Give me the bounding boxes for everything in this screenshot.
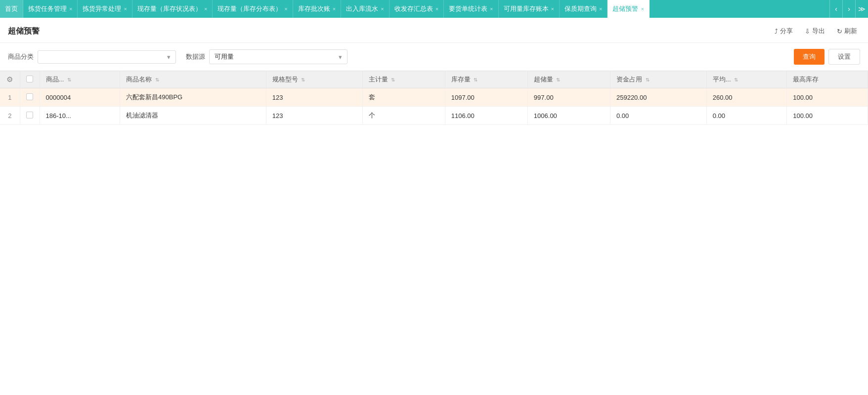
row-maxstock: 100.00 <box>787 88 868 107</box>
nav-item-req-stats[interactable]: 要货单统计表 × <box>444 0 498 18</box>
datasource-select[interactable]: 可用量 ▾ <box>209 49 347 64</box>
sort-icon: ⇅ <box>301 77 305 82</box>
query-button[interactable]: 查询 <box>794 49 825 65</box>
nav-item-summary[interactable]: 收发存汇总表 × <box>390 0 444 18</box>
close-icon[interactable]: × <box>435 6 438 12</box>
row-overstock: 997.00 <box>527 88 610 107</box>
row-stock: 1106.00 <box>445 107 527 125</box>
sort-icon: ⇅ <box>474 77 477 82</box>
nav-item-inventory-status[interactable]: 现存量（库存状况表） × <box>132 0 213 18</box>
row-capital: 0.00 <box>610 107 706 125</box>
datasource-value: 可用量 <box>215 52 234 61</box>
close-icon[interactable]: × <box>381 6 384 12</box>
close-icon[interactable]: × <box>124 6 127 12</box>
row-index: 2 <box>0 107 20 125</box>
export-button[interactable]: ⇩ 导出 <box>802 25 828 38</box>
category-label: 商品分类 <box>8 52 34 61</box>
export-icon: ⇩ <box>805 28 810 35</box>
row-checkbox-cell <box>20 88 40 107</box>
row-checkbox-cell <box>20 107 40 125</box>
row-maxstock: 100.00 <box>787 107 868 125</box>
row-checkbox[interactable] <box>26 112 33 118</box>
col-header-overstock[interactable]: 超储量 ⇅ <box>527 71 610 88</box>
row-avgprice: 260.00 <box>706 88 787 107</box>
nav-item-expiry[interactable]: 保质期查询 × <box>560 0 608 18</box>
sort-icon: ⇅ <box>391 77 395 82</box>
chevron-down-icon: ▾ <box>167 53 171 61</box>
close-icon[interactable]: × <box>333 6 336 12</box>
row-overstock: 1006.00 <box>527 107 610 125</box>
close-icon[interactable]: × <box>204 6 207 12</box>
col-settings: ⚙ <box>0 71 20 88</box>
col-header-capital[interactable]: 资金占用 ⇅ <box>610 71 706 88</box>
close-icon[interactable]: × <box>69 6 72 12</box>
sort-icon: ⇅ <box>155 77 159 82</box>
row-name: 机油滤清器 <box>120 107 266 125</box>
select-all-checkbox[interactable] <box>26 76 33 82</box>
table-row: 2 186-10... 机油滤清器 123 个 1106.00 1006.00 … <box>0 107 868 125</box>
row-index: 1 <box>0 88 20 107</box>
sort-icon: ⇅ <box>556 77 560 82</box>
datasource-filter: 数据源 可用量 ▾ <box>186 49 347 64</box>
row-spec: 123 <box>266 88 362 107</box>
col-checkbox <box>20 71 40 88</box>
row-unit: 个 <box>362 107 445 125</box>
row-code: 0000004 <box>40 88 120 107</box>
nav-item-pick-task[interactable]: 拣货任务管理 × <box>23 0 78 18</box>
nav-item-home[interactable]: 首页 <box>0 0 23 18</box>
col-header-avgprice[interactable]: 平均... ⇅ <box>706 71 787 88</box>
close-icon[interactable]: × <box>641 6 644 12</box>
category-filter: 商品分类 ▾ <box>8 50 176 64</box>
refresh-icon: ↻ <box>837 28 842 35</box>
gear-icon[interactable]: ⚙ <box>6 75 13 83</box>
filter-actions: 查询 设置 <box>794 49 860 65</box>
share-icon: ⤴ <box>775 28 778 35</box>
nav-item-overstock[interactable]: 超储预警 × <box>608 0 649 18</box>
nav-next-arrow[interactable]: › <box>842 0 855 18</box>
filter-bar: 商品分类 ▾ 数据源 可用量 ▾ 查询 设置 <box>0 43 868 71</box>
nav-item-available-account[interactable]: 可用量库存账本 × <box>499 0 560 18</box>
nav-prev-arrow[interactable]: ‹ <box>829 0 842 18</box>
table-wrapper: ⚙ 商品... ⇅ 商品名称 ⇅ 规格型号 ⇅ <box>0 71 868 125</box>
nav-item-flow[interactable]: 出入库流水 × <box>341 0 389 18</box>
row-unit: 套 <box>362 88 445 107</box>
close-icon[interactable]: × <box>490 6 493 12</box>
row-code: 186-10... <box>40 107 120 125</box>
row-capital: 259220.00 <box>610 88 706 107</box>
top-nav: 首页 拣货任务管理 × 拣货异常处理 × 现存量（库存状况表） × 现存量（库存… <box>0 0 868 18</box>
table-header-row: ⚙ 商品... ⇅ 商品名称 ⇅ 规格型号 ⇅ <box>0 71 868 88</box>
row-name: 六配套新昌490BPG <box>120 88 266 107</box>
share-button[interactable]: ⤴ 分享 <box>772 25 796 38</box>
table-row: 1 0000004 六配套新昌490BPG 123 套 1097.00 997.… <box>0 88 868 107</box>
sort-icon: ⇅ <box>734 77 738 82</box>
col-header-stock[interactable]: 库存量 ⇅ <box>445 71 527 88</box>
col-header-spec[interactable]: 规格型号 ⇅ <box>266 71 362 88</box>
nav-item-batch-account[interactable]: 库存批次账 × <box>293 0 341 18</box>
nav-expand-arrow[interactable]: ≫ <box>855 0 868 18</box>
nav-item-pick-exception[interactable]: 拣货异常处理 × <box>78 0 132 18</box>
page-header: 超储预警 ⤴ 分享 ⇩ 导出 ↻ 刷新 <box>0 18 868 43</box>
chevron-down-icon: ▾ <box>339 53 342 61</box>
close-icon[interactable]: × <box>599 6 602 12</box>
nav-item-inventory-dist[interactable]: 现存量（库存分布表） × <box>213 0 293 18</box>
col-header-name[interactable]: 商品名称 ⇅ <box>120 71 266 88</box>
col-header-unit[interactable]: 主计量 ⇅ <box>362 71 445 88</box>
close-icon[interactable]: × <box>284 6 287 12</box>
row-avgprice: 0.00 <box>706 107 787 125</box>
sort-icon: ⇅ <box>67 77 71 82</box>
close-icon[interactable]: × <box>551 6 554 12</box>
datasource-label: 数据源 <box>186 52 205 61</box>
page-title: 超储预警 <box>8 26 40 37</box>
category-select[interactable]: ▾ <box>38 50 176 64</box>
refresh-button[interactable]: ↻ 刷新 <box>834 25 860 38</box>
col-header-code[interactable]: 商品... ⇅ <box>40 71 120 88</box>
col-header-maxstock[interactable]: 最高库存 <box>787 71 868 88</box>
data-table: ⚙ 商品... ⇅ 商品名称 ⇅ 规格型号 ⇅ <box>0 71 868 125</box>
page-container: 超储预警 ⤴ 分享 ⇩ 导出 ↻ 刷新 商品分类 ▾ 数据源 <box>0 18 868 395</box>
header-actions: ⤴ 分享 ⇩ 导出 ↻ 刷新 <box>772 25 860 38</box>
row-stock: 1097.00 <box>445 88 527 107</box>
row-checkbox[interactable] <box>26 93 33 100</box>
row-spec: 123 <box>266 107 362 125</box>
settings-button[interactable]: 设置 <box>828 49 860 65</box>
sort-icon: ⇅ <box>646 77 650 82</box>
